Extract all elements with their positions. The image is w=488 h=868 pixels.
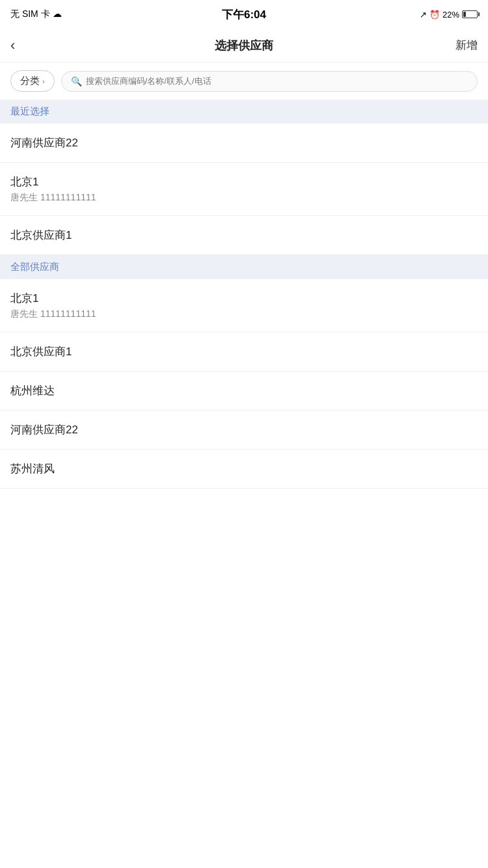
- nav-bar: ‹ 选择供应商 新增: [0, 29, 488, 62]
- status-time: 下午6:04: [222, 7, 266, 22]
- recent-section-label: 最近选择: [10, 105, 49, 116]
- status-right: ↗ ⏰ 22%: [420, 10, 478, 20]
- list-item[interactable]: 河南供应商22: [0, 411, 488, 450]
- all-section-header: 全部供应商: [0, 255, 488, 279]
- recent-section-header: 最近选择: [0, 100, 488, 124]
- battery-icon: [462, 10, 478, 18]
- recent-list: 河南供应商22 北京1 唐先生 11111111111 北京供应商1: [0, 124, 488, 255]
- item-name: 北京供应商1: [10, 344, 478, 359]
- list-item[interactable]: 苏州清风: [0, 450, 488, 489]
- item-sub: 唐先生 11111111111: [10, 308, 478, 320]
- search-input[interactable]: [86, 76, 468, 86]
- all-list: 北京1 唐先生 11111111111 北京供应商1 杭州维达 河南供应商22 …: [0, 279, 488, 489]
- item-name: 河南供应商22: [10, 422, 478, 437]
- page-title: 选择供应商: [215, 38, 273, 53]
- location-icon: ↗: [420, 10, 427, 20]
- search-icon: 🔍: [71, 76, 82, 87]
- all-section-label: 全部供应商: [10, 261, 59, 272]
- category-button[interactable]: 分类 ›: [10, 70, 55, 92]
- item-name: 杭州维达: [10, 383, 478, 398]
- item-sub: 唐先生 11111111111: [10, 192, 478, 204]
- list-item[interactable]: 杭州维达: [0, 372, 488, 411]
- list-item[interactable]: 北京供应商1: [0, 216, 488, 255]
- filter-bar: 分类 › 🔍: [0, 62, 488, 100]
- chevron-icon: ›: [42, 77, 45, 85]
- item-name: 河南供应商22: [10, 135, 478, 150]
- item-name: 北京供应商1: [10, 228, 478, 243]
- item-name: 苏州清风: [10, 461, 478, 476]
- add-button[interactable]: 新增: [455, 38, 478, 53]
- list-item[interactable]: 河南供应商22: [0, 124, 488, 163]
- search-box[interactable]: 🔍: [61, 71, 478, 92]
- back-button[interactable]: ‹: [5, 32, 20, 59]
- status-left: 无 SIM 卡 ☁: [10, 8, 62, 20]
- item-name: 北京1: [10, 291, 478, 306]
- category-label: 分类: [20, 75, 40, 87]
- battery-percent: 22%: [442, 10, 459, 20]
- list-item[interactable]: 北京1 唐先生 11111111111: [0, 279, 488, 332]
- alarm-icon: ⏰: [429, 10, 440, 20]
- list-item[interactable]: 北京供应商1: [0, 332, 488, 372]
- item-name: 北京1: [10, 174, 478, 189]
- list-item[interactable]: 北京1 唐先生 11111111111: [0, 163, 488, 216]
- status-bar: 无 SIM 卡 ☁ 下午6:04 ↗ ⏰ 22%: [0, 0, 488, 29]
- sim-status: 无 SIM 卡 ☁: [10, 8, 62, 20]
